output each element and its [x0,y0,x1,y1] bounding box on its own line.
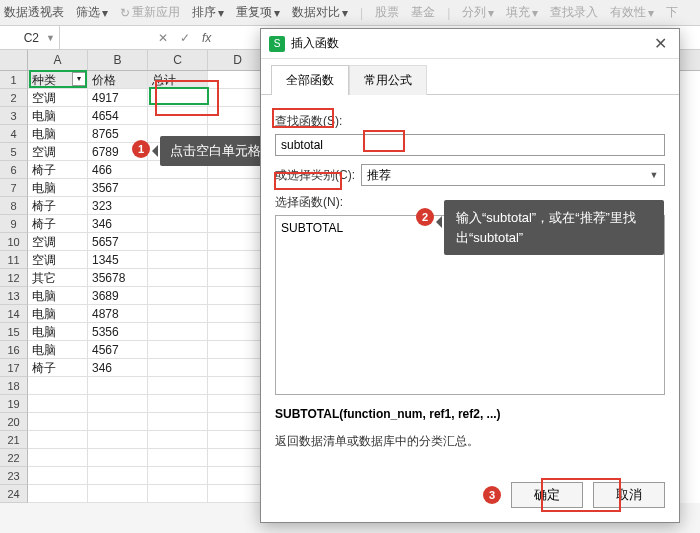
cell[interactable] [148,215,208,233]
row-header[interactable]: 1 [0,71,28,89]
cell[interactable]: 电脑 [28,179,88,197]
tab-common-formulas[interactable]: 常用公式 [349,65,427,95]
cell[interactable]: 电脑 [28,305,88,323]
cell[interactable]: 3689 [88,287,148,305]
header-cell-c[interactable]: 总计 [148,71,208,89]
cell[interactable] [208,71,268,89]
cell[interactable]: 电脑 [28,323,88,341]
cell[interactable]: 其它 [28,269,88,287]
cell[interactable]: 电脑 [28,287,88,305]
cell[interactable] [148,233,208,251]
cell[interactable] [88,485,148,503]
cell[interactable] [148,107,208,125]
row-header[interactable]: 3 [0,107,28,125]
header-cell-a[interactable]: 种类▾ [28,71,88,89]
row-header[interactable]: 22 [0,449,28,467]
cell[interactable]: 5657 [88,233,148,251]
col-header-b[interactable]: B [88,50,148,70]
cell[interactable] [208,485,268,503]
cell[interactable] [148,251,208,269]
cell[interactable] [148,485,208,503]
check-icon[interactable]: ✓ [180,31,190,45]
row-header[interactable]: 4 [0,125,28,143]
cell[interactable] [148,341,208,359]
tb-filter[interactable]: 筛选▾ [76,4,108,21]
tb-fill[interactable]: 填充▾ [506,4,538,21]
cell[interactable]: 空调 [28,89,88,107]
cell[interactable] [28,413,88,431]
tb-findinput[interactable]: 查找录入 [550,4,598,21]
filter-button[interactable]: ▾ [72,72,86,86]
search-function-input[interactable] [275,134,665,156]
cell[interactable]: 椅子 [28,161,88,179]
cell[interactable]: 346 [88,215,148,233]
col-header-a[interactable]: A [28,50,88,70]
row-header[interactable]: 12 [0,269,28,287]
cell[interactable] [88,467,148,485]
cell[interactable] [208,215,268,233]
cell[interactable]: 电脑 [28,125,88,143]
cell[interactable]: 4878 [88,305,148,323]
cell[interactable]: 4917 [88,89,148,107]
cell[interactable]: 4567 [88,341,148,359]
cell[interactable]: 椅子 [28,197,88,215]
cell[interactable] [88,431,148,449]
close-button[interactable]: ✕ [650,34,671,53]
category-select[interactable]: 推荐 ▼ [361,164,665,186]
row-header[interactable]: 8 [0,197,28,215]
tb-dropdown[interactable]: 下 [666,4,678,21]
cell[interactable] [208,269,268,287]
cell[interactable] [208,467,268,485]
ok-button[interactable]: 确定 [511,482,583,508]
row-header[interactable]: 18 [0,377,28,395]
row-header[interactable]: 14 [0,305,28,323]
cell[interactable] [148,287,208,305]
cell[interactable]: 电脑 [28,107,88,125]
cell[interactable] [28,377,88,395]
cell[interactable] [148,413,208,431]
cell[interactable]: 空调 [28,251,88,269]
cell[interactable] [148,377,208,395]
tb-split[interactable]: 分列▾ [462,4,494,21]
cell[interactable]: 323 [88,197,148,215]
tb-compare[interactable]: 数据对比▾ [292,4,348,21]
cell[interactable] [208,107,268,125]
cell[interactable] [208,395,268,413]
row-header[interactable]: 6 [0,161,28,179]
col-header-c[interactable]: C [148,50,208,70]
cell[interactable]: 电脑 [28,341,88,359]
cell[interactable] [148,359,208,377]
cell[interactable] [148,179,208,197]
cell[interactable]: 5356 [88,323,148,341]
tb-stock[interactable]: 股票 [375,4,399,21]
cell[interactable]: 椅子 [28,359,88,377]
cell[interactable] [148,197,208,215]
cell[interactable]: 1345 [88,251,148,269]
col-header-d[interactable]: D [208,50,268,70]
cell[interactable] [28,395,88,413]
row-header[interactable]: 13 [0,287,28,305]
row-header[interactable]: 21 [0,431,28,449]
name-box[interactable]: C2 ▼ [0,26,60,49]
cell[interactable] [28,431,88,449]
cell[interactable] [208,287,268,305]
row-header[interactable]: 10 [0,233,28,251]
cell[interactable] [148,431,208,449]
cell[interactable] [148,449,208,467]
cell[interactable] [208,251,268,269]
cell[interactable] [28,485,88,503]
tb-valid[interactable]: 有效性▾ [610,4,654,21]
row-header[interactable]: 16 [0,341,28,359]
cell[interactable]: 346 [88,359,148,377]
tab-all-functions[interactable]: 全部函数 [271,65,349,95]
tb-fund[interactable]: 基金 [411,4,435,21]
row-header[interactable]: 2 [0,89,28,107]
header-cell-b[interactable]: 价格 [88,71,148,89]
cell[interactable] [88,413,148,431]
cell[interactable]: 35678 [88,269,148,287]
cell[interactable] [208,341,268,359]
cell[interactable] [148,305,208,323]
row-header[interactable]: 15 [0,323,28,341]
row-header[interactable]: 20 [0,413,28,431]
row-header[interactable]: 23 [0,467,28,485]
